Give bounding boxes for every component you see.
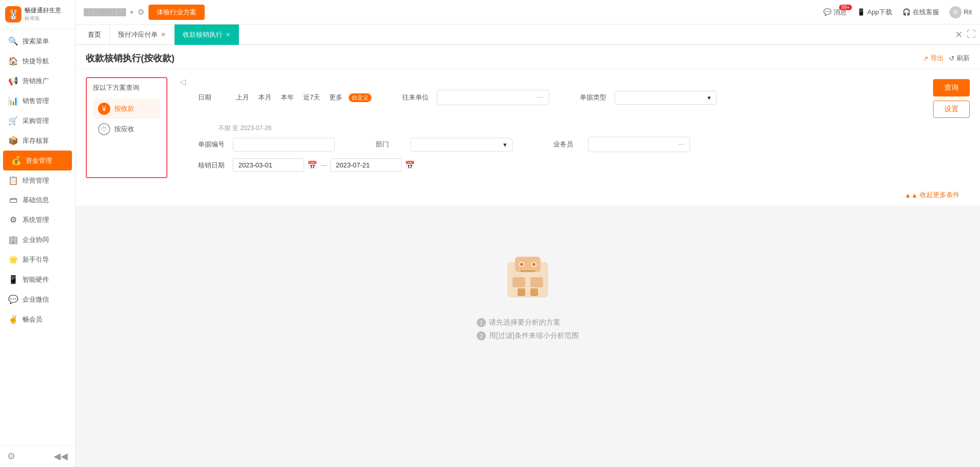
app-download-button[interactable]: 📱 App下载 bbox=[857, 8, 892, 17]
sidebar-item-sales[interactable]: 📊 销售管理 bbox=[0, 91, 75, 111]
tabbar-expand-icon[interactable]: ⛶ bbox=[967, 29, 976, 40]
svg-rect-6 bbox=[520, 270, 535, 272]
doctype-label: 单据类型 bbox=[580, 93, 610, 102]
tab-receipt-verify[interactable]: 收款核销执行 ✕ bbox=[175, 24, 239, 45]
date-btn-thisyear[interactable]: 本年 bbox=[278, 92, 297, 103]
settings-bottom-icon[interactable]: ⚙ bbox=[7, 451, 15, 462]
sales-icon: 📊 bbox=[8, 96, 18, 106]
headset-icon: 🎧 bbox=[902, 8, 911, 16]
sidebar-item-quicknav[interactable]: 🏠 快捷导航 bbox=[0, 51, 75, 71]
message-button[interactable]: 💬 消息 99+ bbox=[823, 8, 847, 17]
step2-num: 2 bbox=[477, 331, 486, 340]
sidebar-item-collab[interactable]: 🏢 企业协同 bbox=[0, 230, 75, 250]
doctype-select[interactable]: ▾ bbox=[615, 91, 717, 105]
user-menu[interactable]: R Rit bbox=[949, 6, 972, 18]
tabbar: 首页 预付冲应付单 ✕ 收款核销执行 ✕ ✕ ⛶ bbox=[76, 24, 980, 45]
collapse-bar: ▲▲ 收起更多条件 bbox=[76, 186, 980, 206]
sidebar-item-search[interactable]: 🔍 搜索菜单 bbox=[0, 31, 75, 51]
tab-home[interactable]: 首页 bbox=[80, 24, 110, 45]
query-button[interactable]: 查询 bbox=[933, 79, 970, 96]
sidebar-item-member[interactable]: ✌ 畅会员 bbox=[0, 309, 75, 329]
query-by-receivable-option[interactable]: ⏱ 按应收 bbox=[93, 119, 160, 139]
sidebar-item-guide[interactable]: 🌟 新手引导 bbox=[0, 250, 75, 269]
date-btn-lastmonth[interactable]: 上月 bbox=[233, 92, 252, 103]
main-area: █████████ ▾ ⚙ 体验行业方案 💬 消息 99+ 📱 App下载 🎧 … bbox=[76, 0, 980, 467]
query-buttons: 查询 设置 bbox=[933, 77, 970, 118]
empty-text-block: 1 请先选择要分析的方案 2 用[过滤]条件来缩小分析范围 bbox=[477, 318, 579, 345]
tabbar-actions: ✕ ⛶ bbox=[955, 29, 976, 40]
sidebar-item-finance[interactable]: 💰 资金管理 bbox=[3, 151, 72, 170]
topbar-gear-icon[interactable]: ⚙ bbox=[137, 7, 144, 17]
message-badge: 99+ bbox=[839, 5, 852, 10]
date-btn-more[interactable]: 更多 bbox=[326, 92, 346, 103]
salesperson-input[interactable]: ··· bbox=[588, 137, 690, 152]
page-title: 收款核销执行(按收款) bbox=[86, 52, 175, 64]
sidebar-item-hardware[interactable]: 📱 智能硬件 bbox=[0, 269, 75, 289]
counterparty-ellipsis-icon[interactable]: ··· bbox=[537, 93, 544, 102]
sidebar-item-system[interactable]: ⚙ 系统管理 bbox=[0, 210, 75, 230]
svg-point-5 bbox=[532, 263, 535, 266]
sidebar-item-label: 基础信息 bbox=[22, 195, 49, 205]
tab-prepayment-close-icon[interactable]: ✕ bbox=[161, 31, 166, 38]
sidebar-item-label: 资金管理 bbox=[26, 156, 52, 165]
filter-row-1: 日期 上月 本月 本年 近7天 更多 自定义 往来单位 bbox=[198, 77, 970, 118]
setting-button[interactable]: 设置 bbox=[933, 101, 970, 118]
export-button[interactable]: ↗ 导出 bbox=[923, 54, 944, 63]
topbar-right: 💬 消息 99+ 📱 App下载 🎧 在线客服 R Rit bbox=[823, 6, 972, 18]
sidebar-logo: 🐰 畅捷通好生意 标准版 bbox=[0, 0, 75, 29]
date-custom-badge[interactable]: 自定义 bbox=[349, 93, 372, 102]
query-by-receipt-option[interactable]: ¥ 按收款 bbox=[93, 99, 160, 119]
date-btn-thismonth[interactable]: 本月 bbox=[255, 92, 275, 103]
marketing-icon: 📢 bbox=[8, 76, 18, 86]
verify-date-label: 核销日期 bbox=[198, 161, 229, 170]
date-range-dash: — bbox=[321, 161, 327, 169]
docno-input[interactable] bbox=[233, 138, 335, 152]
tab-prepayment[interactable]: 预付冲应付单 ✕ bbox=[110, 24, 175, 45]
collapse-button[interactable]: ▲▲ 收起更多条件 bbox=[894, 186, 970, 204]
sidebar-footer: ⚙ ◀◀ bbox=[0, 445, 75, 467]
verify-date-start-calendar-icon[interactable]: 📅 bbox=[307, 160, 317, 170]
sidebar: 🐰 畅捷通好生意 标准版 🔍 搜索菜单 🏠 快捷导航 📢 营销推广 📊 销售管理… bbox=[0, 0, 76, 467]
sidebar-item-purchase[interactable]: 🛒 采购管理 bbox=[0, 111, 75, 131]
receivable-option-label: 按应收 bbox=[114, 125, 134, 134]
online-service-button[interactable]: 🎧 在线客服 bbox=[902, 8, 939, 17]
sidebar-item-wechat[interactable]: 💬 企业微信 bbox=[0, 289, 75, 309]
tabbar-close-icon[interactable]: ✕ bbox=[955, 29, 963, 40]
salesperson-ellipsis-icon[interactable]: ··· bbox=[678, 140, 684, 149]
counterparty-input[interactable]: ··· bbox=[437, 90, 549, 105]
sidebar-item-inventory[interactable]: 📦 库存核算 bbox=[0, 131, 75, 151]
dept-dropdown-icon: ▾ bbox=[503, 141, 507, 149]
topbar-dropdown-icon[interactable]: ▾ bbox=[130, 9, 133, 16]
sidebar-item-label: 系统管理 bbox=[22, 215, 49, 225]
sidebar-item-management[interactable]: 📋 经营管理 bbox=[0, 170, 75, 190]
panel-collapse-arrow[interactable]: ◁ bbox=[176, 77, 190, 178]
sidebar-item-label: 新手引导 bbox=[22, 255, 49, 264]
collapse-label: 收起更多条件 bbox=[920, 190, 960, 200]
hardware-icon: 📱 bbox=[8, 275, 18, 284]
sidebar-item-marketing[interactable]: 📢 营销推广 bbox=[0, 71, 75, 91]
verify-date-filter-group: 核销日期 📅 — 📅 bbox=[198, 158, 415, 172]
sidebar-item-basic[interactable]: 🗃 基础信息 bbox=[0, 190, 75, 210]
step1-num: 1 bbox=[477, 318, 486, 327]
basic-icon: 🗃 bbox=[8, 195, 18, 205]
refresh-button[interactable]: ↺ 刷新 bbox=[949, 54, 970, 63]
empty-hint2: 用[过滤]条件来缩小分析范围 bbox=[489, 331, 579, 340]
phone-icon: 📱 bbox=[857, 8, 865, 16]
verify-date-start-input[interactable] bbox=[233, 158, 304, 172]
sidebar-nav: 🔍 搜索菜单 🏠 快捷导航 📢 营销推广 📊 销售管理 🛒 采购管理 📦 库存核… bbox=[0, 29, 75, 445]
date-btn-7days[interactable]: 近7天 bbox=[300, 92, 323, 103]
doctype-filter-group: 单据类型 ▾ bbox=[580, 91, 717, 105]
service-label: 在线客服 bbox=[913, 8, 939, 17]
solution-button[interactable]: 体验行业方案 bbox=[149, 5, 205, 20]
sidebar-item-label: 企业微信 bbox=[22, 295, 49, 304]
verify-date-end-input[interactable] bbox=[330, 158, 402, 172]
message-icon: 💬 bbox=[823, 8, 831, 16]
svg-rect-1 bbox=[515, 257, 541, 272]
sidebar-item-label: 库存核算 bbox=[22, 136, 49, 145]
counterparty-filter-group: 往来单位 ··· bbox=[402, 90, 549, 105]
dept-select[interactable]: ▾ bbox=[410, 138, 512, 152]
collapse-sidebar-icon[interactable]: ◀◀ bbox=[54, 451, 68, 462]
verify-date-end-calendar-icon[interactable]: 📅 bbox=[405, 160, 415, 170]
docno-label: 单据编号 bbox=[198, 140, 229, 149]
tab-receipt-verify-close-icon[interactable]: ✕ bbox=[226, 31, 231, 38]
